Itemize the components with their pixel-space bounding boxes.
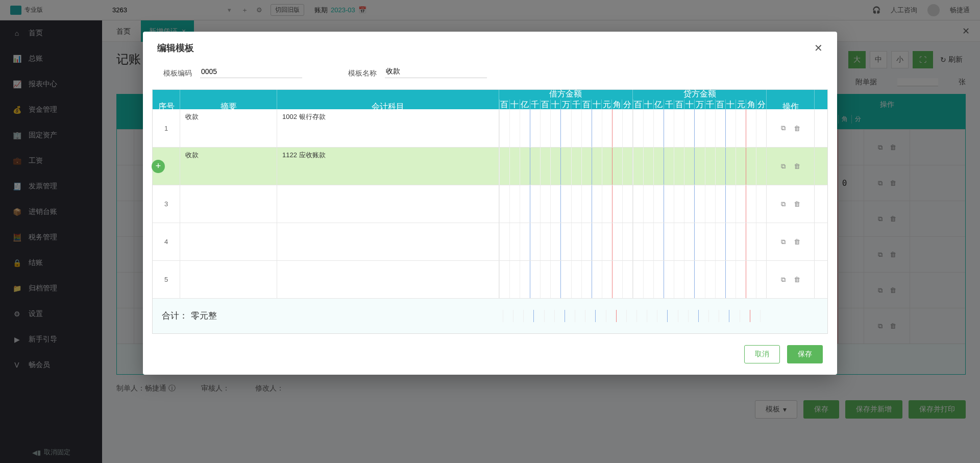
- copy-icon[interactable]: ⧉: [781, 276, 786, 284]
- copy-icon[interactable]: ⧉: [781, 238, 786, 246]
- col-credit: 贷方金额: [633, 89, 767, 100]
- modal-overlay: 编辑模板 ✕ 模板编码 模板名称 序号 摘要 会计科目: [0, 0, 980, 463]
- tpl-name-input[interactable]: [385, 65, 487, 78]
- template-row[interactable]: 1收款1002 银行存款⧉🗑: [153, 109, 827, 147]
- copy-icon[interactable]: ⧉: [781, 124, 786, 132]
- edit-template-modal: 编辑模板 ✕ 模板编码 模板名称 序号 摘要 会计科目: [143, 32, 837, 375]
- copy-icon[interactable]: ⧉: [781, 200, 786, 208]
- row-subject[interactable]: 1122 应收账款: [277, 148, 499, 185]
- total-text: 零元整: [191, 310, 217, 322]
- row-amount[interactable]: [633, 185, 767, 223]
- row-subject[interactable]: [277, 223, 499, 260]
- delete-icon[interactable]: 🗑: [794, 162, 800, 170]
- modal-form: 模板编码 模板名称: [143, 61, 837, 89]
- tpl-code-input[interactable]: [200, 65, 302, 78]
- row-summary[interactable]: 收款: [180, 148, 277, 185]
- save-button[interactable]: 保存: [787, 345, 823, 363]
- row-subject[interactable]: [277, 261, 499, 298]
- row-amount[interactable]: [633, 109, 767, 147]
- delete-icon[interactable]: 🗑: [794, 125, 800, 132]
- row-amount[interactable]: [633, 148, 767, 185]
- cancel-button[interactable]: 取消: [744, 345, 780, 363]
- tpl-name-label: 模板名称: [348, 69, 377, 78]
- close-icon[interactable]: ✕: [814, 42, 823, 54]
- modal-actions: 取消 保存: [143, 334, 837, 363]
- row-subject[interactable]: 1002 银行存款: [277, 109, 499, 147]
- tpl-code-label: 模板编码: [163, 69, 192, 78]
- row-amount[interactable]: [499, 109, 633, 147]
- row-summary[interactable]: 收款: [180, 109, 277, 147]
- total-row: 合计： 零元整: [153, 298, 827, 333]
- row-amount[interactable]: [499, 223, 633, 260]
- delete-icon[interactable]: 🗑: [794, 238, 800, 246]
- template-row[interactable]: 5⧉🗑: [153, 260, 827, 298]
- col-debit: 借方金额: [499, 89, 633, 100]
- delete-icon[interactable]: 🗑: [794, 200, 800, 208]
- row-amount[interactable]: [499, 185, 633, 223]
- add-row-button[interactable]: +: [152, 160, 165, 173]
- row-summary[interactable]: [180, 185, 277, 223]
- row-subject[interactable]: [277, 185, 499, 223]
- template-table: 序号 摘要 会计科目 借方金额 贷方金额 百十亿千百十万千百十元角分 百十亿千百…: [152, 89, 828, 334]
- row-amount[interactable]: [499, 148, 633, 185]
- row-summary[interactable]: [180, 223, 277, 260]
- modal-title: 编辑模板: [157, 42, 194, 54]
- row-amount[interactable]: [499, 261, 633, 298]
- total-label: 合计：: [162, 310, 188, 322]
- template-row[interactable]: 4⧉🗑: [153, 223, 827, 260]
- row-amount[interactable]: [633, 223, 767, 260]
- template-row[interactable]: 3⧉🗑: [153, 185, 827, 223]
- row-summary[interactable]: [180, 261, 277, 298]
- template-row[interactable]: +收款1122 应收账款⧉🗑: [153, 147, 827, 185]
- delete-icon[interactable]: 🗑: [794, 276, 800, 283]
- copy-icon[interactable]: ⧉: [781, 162, 786, 170]
- row-amount[interactable]: [633, 261, 767, 298]
